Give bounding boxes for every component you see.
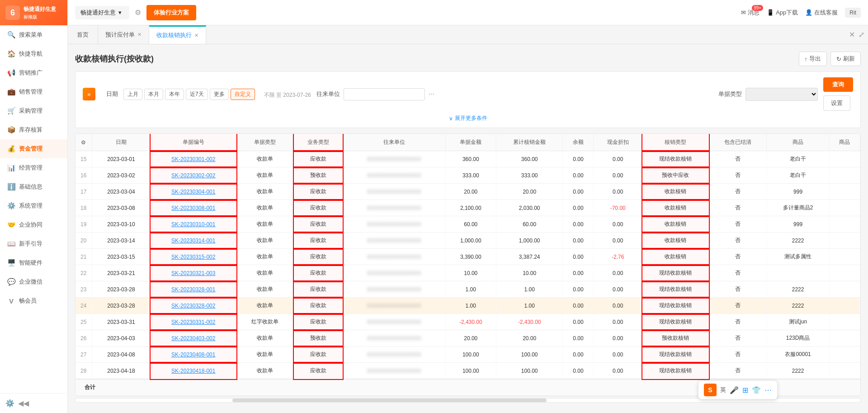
date-range-display: 不限 至 2023-07-26 (264, 91, 311, 99)
filter-bar: » 日期 上月 本月 本年 近7天 更多 自定义 不限 至 2023-07-26… (75, 71, 861, 128)
expand-filter-button[interactable]: ∨ 展开更多条件 (83, 114, 853, 122)
filter-toggle-button[interactable]: » (83, 88, 95, 100)
date-last-7days-button[interactable]: 近7天 (186, 89, 208, 100)
row-included: 否 (709, 347, 767, 363)
collapse-icon[interactable]: ◀◀ (18, 399, 29, 408)
tab-collection-label: 收款核销执行 (156, 31, 192, 39)
row-number: 16 (75, 167, 92, 184)
row-unit: XXXXXXXXXXXXXXX (343, 298, 445, 314)
row-date: 2023-03-08 (92, 200, 151, 216)
row-cancel-amount: 360.00 (496, 151, 563, 167)
row-cancel-amount: 2,030.00 (496, 200, 563, 216)
floating-s-icon[interactable]: S (704, 384, 717, 396)
date-last-month-button[interactable]: 上月 (123, 89, 142, 100)
maximize-icon[interactable]: ⤢ (859, 30, 864, 39)
row-bill-type: 收款单 (236, 233, 294, 249)
floating-shirt-icon[interactable]: 👕 (752, 386, 761, 394)
filter-row: » 日期 上月 本月 本年 近7天 更多 自定义 不限 至 2023-07-26… (83, 77, 853, 111)
row-order-no: SK-20230331-002 (151, 314, 236, 330)
industry-solution-button[interactable]: 体验行业方案 (146, 5, 196, 20)
row-cancel-type: 现结收款核销 (642, 265, 709, 281)
date-more-button[interactable]: 更多 (210, 89, 229, 100)
row-date: 2023-03-14 (92, 233, 151, 249)
row-product: 2222 (767, 298, 830, 314)
table-row: 21 2023-03-15 SK-20230315-002 收款单 应收款 XX… (75, 249, 860, 265)
type-filter-select[interactable] (745, 88, 818, 101)
sidebar-item-search[interactable]: 🔍搜索菜单 (0, 25, 67, 44)
app-download-button[interactable]: 📱 App下载 (767, 9, 798, 17)
tab-collection-close[interactable]: ✕ (194, 33, 198, 38)
more-options-icon[interactable]: ··· (429, 90, 434, 98)
sidebar-item-system[interactable]: ⚙️系统管理 (0, 196, 67, 215)
floating-mic-icon[interactable]: 🎤 (730, 386, 739, 394)
tab-prepay[interactable]: 预计应付单 ✕ (98, 25, 149, 44)
row-cancel-type: 收款核销 (642, 200, 709, 216)
sidebar-menu: 🔍搜索菜单 🏠快捷导航 📢营销推广 💼销售管理 🛒采购管理 📦库存核算 💰资金管… (0, 25, 67, 393)
sidebar-item-operations[interactable]: 📊经营管理 (0, 158, 67, 177)
col-unit-header: 往来单位 (343, 134, 445, 151)
app-name: 畅捷通好生意 (24, 5, 56, 13)
row-cancel-amount: 10.00 (496, 265, 563, 281)
row-balance: 0.00 (563, 347, 594, 363)
row-order-no: SK-20230328-001 (151, 281, 236, 298)
row-date: 2023-03-28 (92, 298, 151, 314)
close-tab-icon[interactable]: ✕ (849, 30, 855, 39)
row-cancel-type: 现结收款核销 (642, 298, 709, 314)
sidebar-item-purchase[interactable]: 🛒采购管理 (0, 101, 67, 120)
tab-home[interactable]: 首页 (68, 25, 98, 44)
collab-icon: 🤝 (7, 221, 15, 229)
row-biz-type: 应收款 (294, 265, 343, 281)
sidebar-item-hardware[interactable]: 🖥️智能硬件 (0, 253, 67, 272)
row-date: 2023-03-28 (92, 281, 151, 298)
row-number: 22 (75, 265, 92, 281)
sidebar-item-finance[interactable]: 💰资金管理 (0, 139, 67, 158)
row-order-no: SK-20230418-001 (151, 363, 236, 380)
date-custom-button[interactable]: 自定义 (231, 89, 255, 100)
sidebar-item-inventory[interactable]: 📦库存核算 (0, 120, 67, 139)
row-biz-type: 预收款 (294, 330, 343, 347)
row-balance: 0.00 (563, 216, 594, 233)
settings-icon[interactable]: ⚙️ (5, 399, 14, 408)
sidebar-item-sales[interactable]: 💼销售管理 (0, 82, 67, 101)
row-biz-type: 应收款 (294, 216, 343, 233)
row-number: 17 (75, 184, 92, 200)
floating-settings2-icon[interactable]: ⋯ (764, 386, 772, 394)
date-this-month-button[interactable]: 本月 (144, 89, 163, 100)
date-this-year-button[interactable]: 本年 (165, 89, 184, 100)
user-info[interactable]: Rit (845, 8, 861, 18)
sidebar-item-label: 新手引导 (19, 240, 42, 248)
floating-grid-icon[interactable]: ⊞ (742, 386, 748, 394)
sidebar-item-wechat[interactable]: 💬企业微信 (0, 272, 67, 291)
tab-collection[interactable]: 收款核销执行 ✕ (149, 25, 206, 44)
tab-prepay-close[interactable]: ✕ (137, 32, 142, 38)
sidebar-item-basic-info[interactable]: ℹ️基础信息 (0, 177, 67, 196)
col-balance-header: 余额 (563, 134, 594, 151)
row-number: 26 (75, 330, 92, 347)
sidebar-item-quick-nav[interactable]: 🏠快捷导航 (0, 44, 67, 63)
settings-button[interactable]: 设置 (823, 95, 850, 111)
col-settings-icon[interactable]: ⚙ (75, 134, 92, 151)
info-icon: ℹ️ (7, 183, 15, 191)
unit-filter-input[interactable] (344, 88, 425, 100)
refresh-button[interactable]: ↻ 刷新 (830, 52, 861, 66)
row-bill-type: 收款单 (236, 167, 294, 184)
table-row: 22 2023-03-21 SK-20230321-003 收款单 应收款 XX… (75, 265, 860, 281)
sidebar-item-marketing[interactable]: 📢营销推广 (0, 63, 67, 82)
message-button[interactable]: ✉ 消息 99+ (741, 9, 760, 17)
row-biz-type: 预收款 (294, 167, 343, 184)
sidebar-item-guide[interactable]: 📖新手引导 (0, 234, 67, 253)
sidebar-item-collab[interactable]: 🤝企业协同 (0, 215, 67, 234)
query-button[interactable]: 查询 (823, 77, 853, 92)
sidebar-item-member[interactable]: V畅会员 (0, 291, 67, 310)
company-selector[interactable]: 畅捷通好生意 ▾ (75, 6, 129, 19)
row-date: 2023-03-10 (92, 216, 151, 233)
online-service-button[interactable]: 👤 在线客服 (805, 9, 838, 17)
export-button[interactable]: ↑ 导出 (799, 52, 827, 66)
sidebar-item-label: 搜索菜单 (19, 31, 42, 39)
gear-icon[interactable]: ⚙ (135, 8, 141, 17)
row-cancel-type: 收款核销 (642, 249, 709, 265)
table-row: 15 2023-03-01 SK-20230301-002 收款单 应收款 XX… (75, 151, 860, 167)
row-included: 否 (709, 184, 767, 200)
row-product: 衣服00001 (767, 347, 830, 363)
row-order-no: SK-20230314-001 (151, 233, 236, 249)
